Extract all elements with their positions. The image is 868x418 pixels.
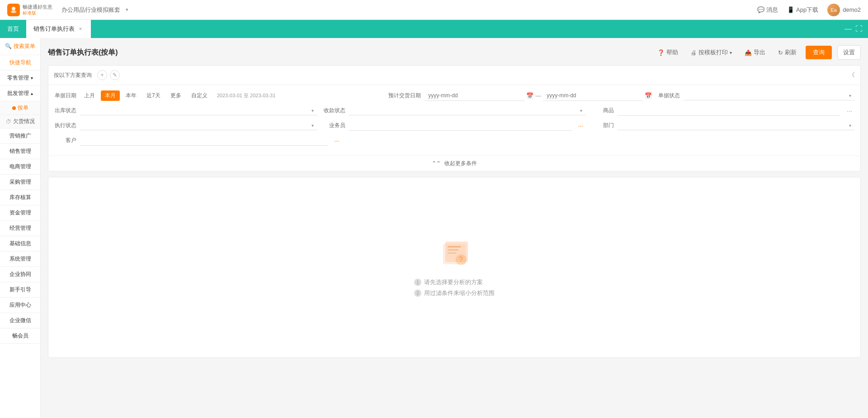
date-range-input: 📅 — 📅 <box>425 90 652 101</box>
sidebar-sub-shortage[interactable]: ⏱ 欠货情况 <box>0 115 40 128</box>
salesman-input[interactable] <box>349 120 572 131</box>
tab-bar: 首页 销售订单执行表 × — ⛶ <box>0 20 868 38</box>
empty-tips: 1 请先选择要分析的方案 2 用过滤条件来缩小分析范围 <box>414 278 495 300</box>
help-button[interactable]: ❓ 帮助 <box>654 47 682 58</box>
shipment-select[interactable]: ▾ <box>80 106 317 115</box>
collapse-icon: ⌃⌃ <box>432 160 441 166</box>
sidebar-item-inventory[interactable]: 库存核算 <box>0 190 40 205</box>
tip-item-2: 2 用过滤条件来缩小分析范围 <box>414 289 495 297</box>
filter-field-exec: 执行状态 ▾ <box>54 121 317 130</box>
sidebar-item-sales[interactable]: 销售管理 <box>0 144 40 159</box>
filter-add-btn[interactable]: + <box>97 70 107 80</box>
tab-bar-right: — ⛶ <box>844 25 868 33</box>
expected-date-label: 预计交货日期 <box>388 92 421 100</box>
sidebar-search[interactable]: 🔍 搜索菜单 <box>0 38 40 55</box>
user-menu[interactable]: Ea demo2 <box>827 4 861 16</box>
dept-arrow: ▾ <box>849 123 851 128</box>
collapse-more-btn[interactable]: ⌃⌃ 收起更多条件 <box>48 156 860 171</box>
sidebar-nav[interactable]: 快捷导航 <box>0 55 40 71</box>
svg-rect-4 <box>448 246 461 247</box>
doc-status-label: 单据状态 <box>657 92 680 100</box>
svg-point-1 <box>11 10 16 13</box>
filter-header: 按以下方案查询 + ✎ 《 <box>48 66 860 85</box>
product-input[interactable] <box>618 105 840 116</box>
tab-close-button[interactable]: × <box>77 26 84 32</box>
calendar-icon-2[interactable]: 📅 <box>645 92 652 99</box>
sidebar-item-basic[interactable]: 基础信息 <box>0 236 40 252</box>
payment-label: 收款状态 <box>323 107 345 114</box>
calendar-icon-1[interactable]: 📅 <box>526 92 533 99</box>
filter-row-4: 客户 ··· <box>54 135 855 146</box>
payment-select[interactable]: ▾ <box>349 106 586 115</box>
svg-rect-6 <box>448 252 457 254</box>
customer-more-btn[interactable]: ··· <box>331 136 342 145</box>
svg-rect-5 <box>448 249 458 251</box>
sidebar-item-enterprise[interactable]: 企业协同 <box>0 267 40 282</box>
filter-field-dept: 部门 ▾ <box>591 121 855 130</box>
sidebar-item-system[interactable]: 系统管理 <box>0 252 40 267</box>
header-dropdown-arrow[interactable]: ▾ <box>126 7 128 13</box>
tab-home[interactable]: 首页 <box>0 20 26 38</box>
tab-minimize-icon[interactable]: — <box>844 25 852 33</box>
sidebar-item-retail[interactable]: 零售管理 ▾ <box>0 71 40 86</box>
dept-select[interactable]: ▾ <box>618 121 855 130</box>
logo-icon <box>7 4 20 16</box>
empty-state: ? 1 请先选择要分析的方案 2 用过滤条件来缩小分析范围 <box>405 199 504 336</box>
shipment-label: 出库状态 <box>54 107 76 114</box>
svg-point-0 <box>12 7 15 10</box>
empty-illustration: ? <box>436 235 472 271</box>
page-header: 销售订单执行表(按单) ❓ 帮助 🖨 按模板打印 ▾ 📤 导出 ↻ 刷新 <box>48 45 861 60</box>
sidebar-item-ecommerce[interactable]: 电商管理 <box>0 159 40 175</box>
print-button[interactable]: 🖨 按模板打印 ▾ <box>687 47 736 58</box>
sidebar-sub-by-order[interactable]: 按单 <box>0 101 40 115</box>
product-more-btn[interactable]: ··· <box>844 106 855 115</box>
refresh-button[interactable]: ↻ 刷新 <box>774 47 800 58</box>
date-tab-custom[interactable]: 自定义 <box>187 90 212 101</box>
page-actions: ❓ 帮助 🖨 按模板打印 ▾ 📤 导出 ↻ 刷新 查询 <box>654 45 861 60</box>
date-tab-this-year[interactable]: 本年 <box>122 90 141 101</box>
query-button[interactable]: 查询 <box>806 46 832 59</box>
top-header: 畅捷通好生意 标准版 办公用品行业模拟账套 ▾ 💬 消息 📱 App下载 Ea … <box>0 0 868 20</box>
doc-status-select[interactable]: ▾ <box>684 91 855 100</box>
tip-num-2: 2 <box>414 290 421 297</box>
sidebar-item-purchase[interactable]: 采购管理 <box>0 175 40 190</box>
salesman-more-btn[interactable]: ··· <box>576 121 586 130</box>
sidebar-item-newuser[interactable]: 新手引导 <box>0 282 40 298</box>
filter-edit-btn[interactable]: ✎ <box>110 70 120 80</box>
help-icon: ❓ <box>657 49 665 56</box>
avatar: Ea <box>827 4 840 16</box>
sidebar-item-member[interactable]: 畅会员 <box>0 328 40 344</box>
active-indicator <box>12 106 16 110</box>
date-tab-this-month[interactable]: 本月 <box>101 90 120 101</box>
date-tab-last-month[interactable]: 上月 <box>80 90 99 101</box>
message-icon: 💬 <box>757 6 764 13</box>
export-button[interactable]: 📤 导出 <box>741 47 769 58</box>
sidebar-item-marketing[interactable]: 营销推广 <box>0 128 40 144</box>
filter-panel: 按以下方案查询 + ✎ 《 单据日期 <box>48 65 861 171</box>
customer-input[interactable] <box>80 135 328 146</box>
sidebar-item-finance[interactable]: 资金管理 <box>0 205 40 221</box>
exec-arrow: ▾ <box>311 123 314 128</box>
app-download-button[interactable]: 📱 App下载 <box>787 6 818 14</box>
date-label: 单据日期 <box>54 92 76 100</box>
chevron-up-icon: ▴ <box>31 91 33 96</box>
content-area: 销售订单执行表(按单) ❓ 帮助 🖨 按模板打印 ▾ 📤 导出 ↻ 刷新 <box>41 38 868 418</box>
filter-collapse-btn[interactable]: 《 <box>849 71 855 79</box>
expected-date-to[interactable] <box>543 90 643 101</box>
date-tab-7days[interactable]: 近7天 <box>142 90 165 101</box>
expected-date-from[interactable] <box>425 90 524 101</box>
sidebar-item-appcenter[interactable]: 应用中心 <box>0 298 40 313</box>
settings-button[interactable]: 设置 <box>837 45 861 60</box>
message-button[interactable]: 💬 消息 <box>757 6 778 14</box>
tab-fullscreen-icon[interactable]: ⛶ <box>855 25 863 33</box>
print-dropdown-arrow[interactable]: ▾ <box>730 50 732 55</box>
sidebar-item-wholesale[interactable]: 批发管理 ▴ <box>0 86 40 101</box>
tab-sales-order[interactable]: 销售订单执行表 × <box>26 20 91 38</box>
sidebar-item-operation[interactable]: 经营管理 <box>0 221 40 236</box>
refresh-icon: ↻ <box>778 49 783 56</box>
exec-select[interactable]: ▾ <box>80 121 317 130</box>
doc-status-arrow: ▾ <box>849 93 851 98</box>
exec-label: 执行状态 <box>54 122 76 129</box>
date-tab-more[interactable]: 更多 <box>166 90 185 101</box>
sidebar-item-wechat[interactable]: 企业微信 <box>0 313 40 328</box>
